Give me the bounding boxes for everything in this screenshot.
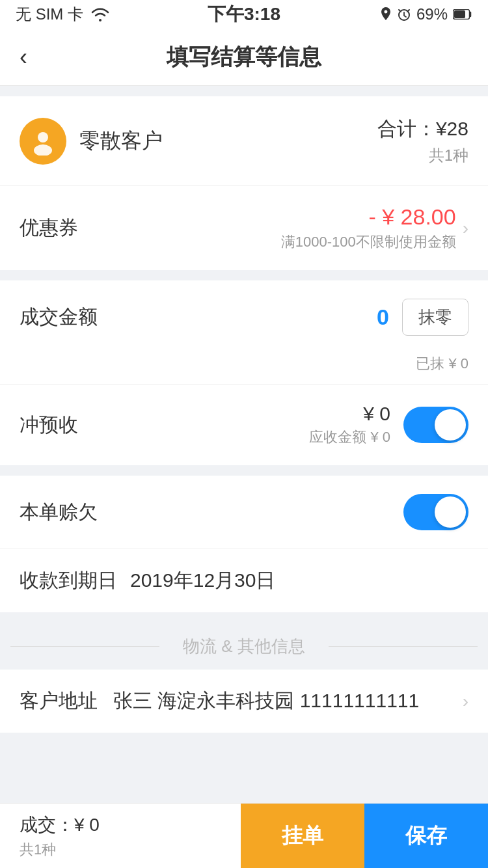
divider-line-left [10,646,159,647]
nav-bar: ‹ 填写结算等信息 [0,29,488,86]
carrier-label: 无 SIM 卡 [16,4,83,25]
alarm-icon [397,7,411,21]
bottom-deal-label: 成交：¥ 0 [20,813,221,837]
logistics-divider: 物流 & 其他信息 [0,623,488,670]
chevron-right-icon: › [463,218,468,239]
coupon-row[interactable]: 优惠券 - ¥ 28.00 满1000-100不限制使用金额 › [0,185,488,270]
prereceive-main-value: ¥ 0 [309,403,390,425]
round-zero-button[interactable]: 抹零 [402,299,468,336]
address-value: 张三 海淀永丰科技园 11111111111 [113,688,456,714]
svg-point-4 [34,144,52,156]
deal-sub-text: 已抹 ¥ 0 [0,354,488,384]
customer-name: 零散客户 [79,127,163,156]
deal-amount-label: 成交金额 [20,304,98,331]
svg-rect-2 [454,10,465,18]
prereceive-toggle[interactable] [403,407,468,443]
status-right: 69% [380,5,472,23]
customer-left: 零散客户 [20,118,163,165]
total-amount: 合计：¥28 [377,116,468,142]
status-left: 无 SIM 卡 [16,4,111,25]
wifi-icon [90,7,111,21]
debt-toggle[interactable] [403,494,468,530]
deal-amount-row: 成交金额 0 抹零 [0,280,488,354]
back-button[interactable]: ‹ [20,44,27,71]
address-chevron-icon: › [463,691,468,712]
coupon-amount: - ¥ 28.00 [281,204,456,230]
bottom-bar: 成交：¥ 0 共1种 挂单 保存 [0,803,488,868]
status-bar: 无 SIM 卡 下午3:18 69% [0,0,488,29]
coupon-label: 优惠券 [20,215,78,241]
deal-right: 0 抹零 [377,299,468,336]
save-button[interactable]: 保存 [364,804,488,868]
prereceive-label: 冲预收 [20,412,78,439]
prereceive-values: ¥ 0 应收金额 ¥ 0 [309,403,390,447]
customer-summary: 合计：¥28 共1种 [377,116,468,166]
address-label: 客户地址 [20,688,98,714]
bottom-info: 成交：¥ 0 共1种 [0,804,241,868]
page-title: 填写结算等信息 [167,42,321,72]
prereceive-right: ¥ 0 应收金额 ¥ 0 [309,403,468,447]
hold-button[interactable]: 挂单 [241,804,364,868]
battery-label: 69% [416,5,448,23]
debt-toggle-knob [435,496,466,528]
customer-section: 零散客户 合计：¥28 共1种 优惠券 - ¥ 28.00 满1000-100不… [0,96,488,270]
customer-row: 零散客户 合计：¥28 共1种 [0,96,488,185]
prereceive-sub-value: 应收金额 ¥ 0 [309,427,390,447]
bottom-count-label: 共1种 [20,840,221,860]
svg-point-3 [38,132,48,142]
debt-section: 本单赊欠 收款到期日 2019年12月30日 [0,476,488,612]
due-date-value: 2019年12月30日 [130,567,275,594]
divider-line-right [329,646,478,647]
due-date-label: 收款到期日 [20,567,117,594]
logistics-label: 物流 & 其他信息 [183,635,305,658]
deal-amount-section: 成交金额 0 抹零 已抹 ¥ 0 冲预收 ¥ 0 应收金额 ¥ 0 [0,280,488,465]
battery-icon [453,9,472,20]
location-icon [380,7,392,21]
address-section[interactable]: 客户地址 张三 海淀永丰科技园 11111111111 › [0,670,488,733]
avatar [20,118,66,165]
status-time: 下午3:18 [208,2,280,27]
debt-label: 本单赊欠 [20,499,98,526]
debt-row: 本单赊欠 [0,476,488,549]
coupon-desc: 满1000-100不限制使用金额 [281,232,456,252]
prereceive-row: 冲预收 ¥ 0 应收金额 ¥ 0 [0,384,488,465]
deal-value: 0 [377,305,389,330]
coupon-right: - ¥ 28.00 满1000-100不限制使用金额 › [281,204,468,252]
due-date-row: 收款到期日 2019年12月30日 [0,549,488,612]
total-count: 共1种 [377,145,468,166]
toggle-knob [435,409,466,441]
